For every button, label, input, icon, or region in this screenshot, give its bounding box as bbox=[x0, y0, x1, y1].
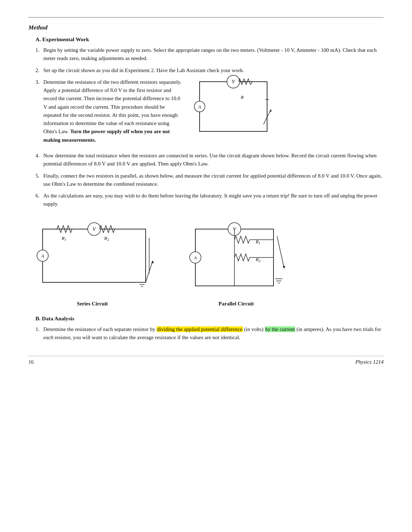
series-circuit-svg: V A R1 R2 bbox=[28, 218, 156, 297]
list-item-2: 2. Set up the circuit shown as you did i… bbox=[36, 66, 384, 75]
subsection-a-title: A. Experimental Work bbox=[36, 36, 384, 43]
parallel-circuit-svg: V A R1 R2 bbox=[185, 218, 288, 297]
data-analysis-item-1: 1. Determine the resistance of each sepa… bbox=[36, 325, 384, 342]
da-text-end: resistor, you will want to calculate the… bbox=[53, 335, 240, 340]
da-item1-num: 1. bbox=[36, 325, 43, 333]
item4-text: Now determine the total resistance when … bbox=[43, 152, 384, 168]
svg-text:V: V bbox=[232, 79, 235, 85]
svg-text:A: A bbox=[41, 253, 44, 259]
da-text-between: (in volts) bbox=[243, 326, 265, 332]
list-item-5: 5. Finally, connect the two resistors in… bbox=[36, 172, 384, 189]
item6-num: 6. bbox=[36, 192, 43, 200]
svg-line-34 bbox=[277, 236, 284, 268]
circuit-diagram-single: V A R bbox=[193, 75, 274, 148]
item5-num: 5. bbox=[36, 172, 43, 180]
page: Method A. Experimental Work 1. Begin by … bbox=[0, 0, 412, 532]
svg-text:R2: R2 bbox=[104, 235, 109, 241]
list-item-6: 6. As the calculations are easy, you may… bbox=[36, 192, 384, 208]
item3-num: 3. bbox=[36, 78, 43, 86]
svg-text:A: A bbox=[194, 255, 197, 260]
svg-text:R1: R1 bbox=[61, 235, 66, 241]
list-item-4: 4. Now determine the total resistance wh… bbox=[36, 152, 384, 168]
da-text-after: (in amperes). As you have two trials for bbox=[295, 326, 381, 332]
section-title: Method bbox=[28, 24, 384, 31]
circuits-row: V A R1 R2 bbox=[28, 218, 384, 307]
da-italic-each: each bbox=[43, 335, 53, 340]
da-highlight-yellow: dividing the applied potential differenc… bbox=[157, 326, 243, 332]
section-b: B. Data Analysis 1. Determine the resist… bbox=[28, 315, 384, 342]
svg-rect-0 bbox=[200, 82, 267, 131]
top-border bbox=[28, 17, 384, 18]
page-course: Physics 1214 bbox=[355, 359, 384, 365]
svg-text:V: V bbox=[93, 227, 96, 232]
item3-text: Determine the resistance of the two diff… bbox=[43, 78, 182, 144]
list-item-1: 1. Begin by setting the variable power s… bbox=[36, 46, 384, 63]
da-item1-text: Determine the resistance of each separat… bbox=[43, 325, 384, 342]
svg-marker-19 bbox=[151, 260, 154, 263]
item4-num: 4. bbox=[36, 152, 43, 160]
item1-num: 1. bbox=[36, 46, 43, 54]
item2-text: Set up the circuit shown as you did in E… bbox=[43, 66, 384, 75]
svg-rect-10 bbox=[43, 229, 146, 282]
experimental-work-list: 1. Begin by setting the variable power s… bbox=[36, 46, 384, 208]
list-item-3: 3. Determine the resistance of the two d… bbox=[36, 78, 384, 148]
parallel-circuit-block: V A R1 R2 bbox=[185, 218, 288, 307]
subsection-b-title: B. Data Analysis bbox=[36, 315, 384, 322]
page-number: 16 bbox=[28, 359, 34, 365]
item1-text: Begin by setting the variable power supp… bbox=[43, 46, 384, 63]
parallel-circuit-label: Parallel Circuit bbox=[218, 301, 254, 307]
svg-marker-9 bbox=[270, 109, 272, 112]
da-highlight-green: by the current bbox=[265, 326, 295, 332]
page-footer: 16 Physics 1214 bbox=[28, 356, 384, 365]
series-circuit-block: V A R1 R2 bbox=[28, 218, 156, 307]
svg-text:A: A bbox=[198, 104, 201, 109]
svg-text:R: R bbox=[240, 94, 244, 100]
svg-marker-35 bbox=[283, 266, 285, 269]
item3-content: Determine the resistance of the two diff… bbox=[43, 78, 384, 148]
data-analysis-list: 1. Determine the resistance of each sepa… bbox=[36, 325, 384, 342]
item3-normal-text: Determine the resistance of the two diff… bbox=[43, 79, 181, 135]
item5-text: Finally, connect the two resistors in pa… bbox=[43, 172, 384, 189]
item6-text: As the calculations are easy, you may wi… bbox=[43, 192, 384, 208]
da-text-before-h1: Determine the resistance of each separat… bbox=[43, 326, 157, 332]
item2-num: 2. bbox=[36, 66, 43, 75]
series-circuit-label: Series Circuit bbox=[77, 301, 108, 307]
